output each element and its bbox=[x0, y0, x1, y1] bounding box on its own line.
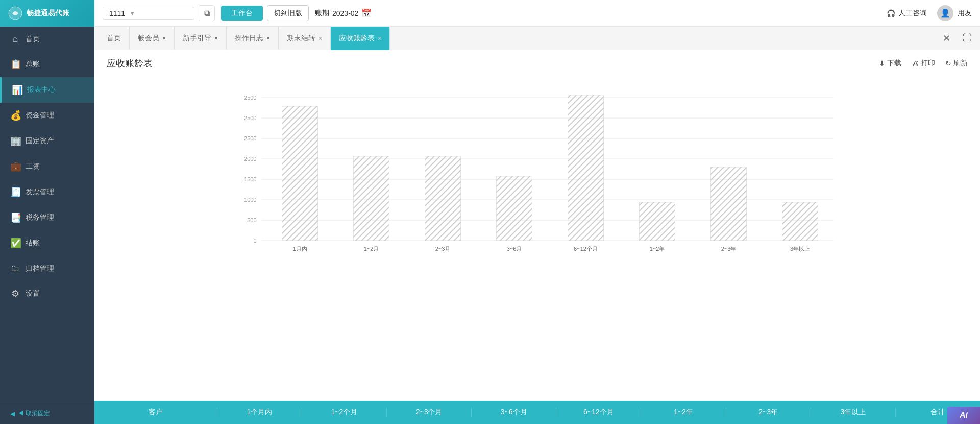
tab-ar-aging-close[interactable]: × bbox=[378, 35, 381, 42]
tab-home[interactable]: 首页 bbox=[99, 27, 130, 50]
sidebar-footer-label: ◀ 取消固定 bbox=[18, 409, 50, 418]
chart-area: 2500 2500 2500 2000 1500 1000 500 0 bbox=[94, 77, 980, 401]
print-button[interactable]: 🖨 打印 bbox=[912, 59, 935, 68]
svg-text:3年以上: 3年以上 bbox=[790, 246, 810, 252]
ledger-icon: 📋 bbox=[10, 59, 20, 70]
tab-guide[interactable]: 新手引导 × bbox=[175, 27, 227, 50]
sidebar-item-reports[interactable]: 📊 报表中心 bbox=[0, 77, 94, 103]
col-1-2year-label: 1~2年 bbox=[674, 408, 693, 416]
svg-text:500: 500 bbox=[247, 217, 256, 223]
sidebar-unpin-button[interactable]: ◀ ◀ 取消固定 bbox=[0, 403, 94, 424]
customer-service-button[interactable]: 🎧 人工咨询 bbox=[887, 9, 927, 18]
tab-oplog[interactable]: 操作日志 × bbox=[227, 27, 279, 50]
sidebar-item-assets[interactable]: 🏢 固定资产 bbox=[0, 128, 94, 154]
customer-service-label: 人工咨询 bbox=[898, 9, 927, 18]
sidebar-label-tax: 税务管理 bbox=[26, 213, 54, 222]
col-total-label: 合计 bbox=[930, 408, 945, 416]
table-col-1-2month: 1~2个月 bbox=[302, 408, 387, 417]
switch-version-button[interactable]: 切到旧版 bbox=[267, 5, 309, 21]
dropdown-arrow-icon: ▼ bbox=[129, 10, 135, 17]
table-col-customer: 客户 bbox=[94, 408, 217, 417]
sidebar-label-archive: 归档管理 bbox=[26, 264, 54, 273]
sidebar-label-invoice: 发票管理 bbox=[26, 187, 54, 197]
logo-text: 畅捷通易代账 bbox=[27, 9, 69, 18]
sidebar-item-funds[interactable]: 💰 资金管理 bbox=[0, 103, 94, 128]
refresh-button[interactable]: ↻ 刷新 bbox=[945, 59, 968, 68]
sidebar-item-checkout[interactable]: ✅ 结账 bbox=[0, 230, 94, 256]
period-value: 2023-02 bbox=[332, 9, 358, 17]
tab-period-close[interactable]: × bbox=[318, 35, 322, 42]
workbench-button[interactable]: 工作台 bbox=[221, 6, 263, 21]
svg-text:1000: 1000 bbox=[244, 197, 256, 203]
copy-icon[interactable]: ⧉ bbox=[199, 5, 215, 21]
tax-icon: 📑 bbox=[10, 212, 20, 223]
table-col-2-3year: 2~3年 bbox=[726, 408, 811, 417]
svg-text:3~6月: 3~6月 bbox=[507, 246, 522, 252]
checkout-icon: ✅ bbox=[10, 238, 20, 249]
company-name: 1111 bbox=[109, 9, 125, 17]
home-icon: ⌂ bbox=[10, 34, 20, 44]
funds-icon: 💰 bbox=[10, 110, 20, 121]
sidebar-item-invoice[interactable]: 🧾 发票管理 bbox=[0, 179, 94, 205]
main-layout: ⌂ 首页 📋 总账 📊 报表中心 💰 资金管理 🏢 固定资产 💼 工资 bbox=[0, 27, 980, 424]
invoice-icon: 🧾 bbox=[10, 186, 20, 198]
tab-period-closing[interactable]: 期末结转 × bbox=[279, 27, 331, 50]
svg-text:1~2年: 1~2年 bbox=[650, 246, 665, 252]
table-col-3-6month: 3~6个月 bbox=[472, 408, 556, 417]
tab-period-label: 期末结转 bbox=[287, 34, 315, 43]
tab-home-label: 首页 bbox=[107, 34, 121, 43]
period-label: 账期 bbox=[315, 9, 329, 18]
tab-ar-aging[interactable]: 应收账龄表 × bbox=[331, 27, 390, 50]
settings-icon: ⚙ bbox=[10, 288, 20, 299]
col-customer-label: 客户 bbox=[149, 408, 163, 416]
svg-text:2500: 2500 bbox=[244, 95, 256, 101]
tab-membership-close[interactable]: × bbox=[162, 35, 166, 42]
tab-ar-aging-label: 应收账龄表 bbox=[339, 34, 375, 43]
table-col-1-2year: 1~2年 bbox=[641, 408, 726, 417]
download-button[interactable]: ⬇ 下载 bbox=[879, 59, 901, 68]
table-col-2-3month: 2~3个月 bbox=[387, 408, 472, 417]
download-icon: ⬇ bbox=[879, 59, 885, 67]
tab-membership[interactable]: 畅会员 × bbox=[130, 27, 175, 50]
svg-text:2~3年: 2~3年 bbox=[721, 246, 737, 252]
logo-area: 畅捷通易代账 bbox=[0, 0, 94, 27]
sidebar-item-archive[interactable]: 🗂 归档管理 bbox=[0, 256, 94, 281]
sidebar-item-ledger[interactable]: 📋 总账 bbox=[0, 52, 94, 77]
bar-2-3月 bbox=[425, 156, 461, 241]
print-label: 打印 bbox=[921, 59, 935, 68]
svg-text:2500: 2500 bbox=[244, 135, 256, 142]
sidebar-item-settings[interactable]: ⚙ 设置 bbox=[0, 281, 94, 307]
archive-icon: 🗂 bbox=[10, 263, 20, 274]
bar-3年以上 bbox=[782, 202, 818, 241]
calendar-icon[interactable]: 📅 bbox=[361, 8, 372, 18]
sidebar-label-assets: 固定资产 bbox=[26, 136, 54, 146]
sidebar-item-salary[interactable]: 💼 工资 bbox=[0, 154, 94, 179]
tab-guide-close[interactable]: × bbox=[214, 35, 218, 42]
col-2-3year-label: 2~3年 bbox=[758, 408, 778, 416]
page-header: 应收账龄表 ⬇ 下载 🖨 打印 ↻ 刷新 bbox=[94, 50, 980, 77]
header-right: 🎧 人工咨询 👤 用友 bbox=[887, 5, 972, 21]
tab-oplog-close[interactable]: × bbox=[266, 35, 270, 42]
tab-guide-label: 新手引导 bbox=[183, 34, 211, 43]
bar-3-6月 bbox=[497, 176, 532, 241]
col-3year-plus-label: 3年以上 bbox=[840, 408, 866, 416]
table-col-6-12month: 6~12个月 bbox=[556, 408, 641, 417]
content-area: 首页 畅会员 × 新手引导 × 操作日志 × 期末结转 × 应收账龄表 × bbox=[94, 27, 980, 424]
col-6-12month-label: 6~12个月 bbox=[583, 408, 614, 416]
refresh-label: 刷新 bbox=[953, 59, 968, 68]
sidebar-item-home[interactable]: ⌂ 首页 bbox=[0, 27, 94, 52]
sidebar-label-funds: 资金管理 bbox=[26, 111, 54, 120]
col-2-3month-label: 2~3个月 bbox=[416, 408, 443, 416]
sidebar-item-tax[interactable]: 📑 税务管理 bbox=[0, 205, 94, 230]
user-menu[interactable]: 👤 用友 bbox=[937, 5, 972, 21]
company-select[interactable]: 1111 ▼ bbox=[103, 7, 194, 20]
download-label: 下载 bbox=[887, 59, 901, 68]
svg-text:2~3月: 2~3月 bbox=[435, 246, 451, 252]
tab-close-window-button[interactable]: ✕ bbox=[939, 31, 954, 46]
tab-oplog-label: 操作日志 bbox=[235, 34, 263, 43]
print-icon: 🖨 bbox=[912, 59, 919, 67]
period-area: 账期 2023-02 📅 bbox=[315, 8, 372, 18]
bar-1-2年 bbox=[640, 202, 675, 241]
tab-maximize-button[interactable]: ⛶ bbox=[959, 31, 976, 46]
svg-text:2000: 2000 bbox=[244, 156, 256, 162]
